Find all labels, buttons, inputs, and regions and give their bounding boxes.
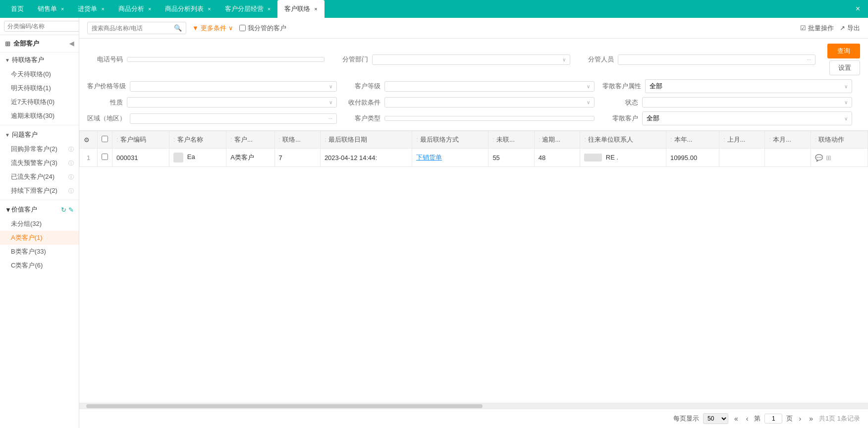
gear-icon[interactable]: ⚙	[84, 136, 90, 144]
first-page-btn[interactable]: «	[732, 415, 740, 423]
customer-level-input[interactable]: ∨	[384, 81, 595, 92]
sidebar-item-churned[interactable]: 已流失客户(24) ⓘ	[0, 170, 79, 184]
qr-icon[interactable]: ⊞	[826, 154, 831, 161]
main-search-icon[interactable]: 🔍	[174, 24, 182, 32]
row-checkbox-cell	[98, 149, 112, 167]
retail-customer-input[interactable]: 全部 ∨	[642, 111, 852, 125]
info-icon-2: ⓘ	[68, 160, 74, 167]
horizontal-scrollbar[interactable]	[79, 403, 868, 409]
region-input[interactable]: ···	[130, 113, 337, 124]
chat-icon[interactable]: 💬	[815, 154, 823, 161]
row-this-year-cell: 10995.00	[666, 149, 719, 167]
chevron-down-icon: ∨	[228, 24, 233, 32]
all-customers-header[interactable]: ⊞ 全部客户 ◀	[0, 35, 79, 53]
batch-operation-button[interactable]: ☑ 批量操作	[800, 24, 834, 33]
col-this-year[interactable]: :本年...	[666, 131, 719, 149]
more-filter-button[interactable]: ▼ 更多条件 ∨	[192, 24, 233, 33]
nature-input[interactable]: ∨	[127, 97, 337, 107]
dept-input[interactable]: ∨	[372, 54, 570, 65]
query-button[interactable]: 查询	[827, 44, 860, 58]
sidebar-item-today[interactable]: 今天待联络(0)	[0, 67, 79, 81]
my-customers-check[interactable]	[239, 25, 246, 31]
nav-sales-close[interactable]: ×	[61, 0, 64, 18]
my-customers-checkbox[interactable]: 我分管的客户	[239, 24, 286, 33]
sidebar-item-ungrouped[interactable]: 未分组(32)	[0, 217, 79, 231]
col-name[interactable]: :客户名称	[169, 131, 226, 149]
refresh-icon[interactable]: ↻	[61, 206, 66, 214]
value-customers-header[interactable]: ▼ 价值客户 ↻ ✎	[0, 202, 79, 217]
col-last-month[interactable]: :上月...	[719, 131, 764, 149]
content-area: 🔍 ▼ 更多条件 ∨ 我分管的客户 ☑ 批量操作 ↗ 导出	[79, 18, 868, 428]
payment-input[interactable]: ∨	[384, 97, 595, 107]
contact-method-link[interactable]: 下销货单	[416, 154, 442, 161]
edit-icon[interactable]: ✎	[68, 206, 74, 214]
nav-customer-contact-close[interactable]: ×	[314, 0, 317, 18]
last-page-btn[interactable]: »	[807, 415, 815, 423]
row-last-method-cell: 下销货单	[412, 149, 488, 167]
phone-input[interactable]	[127, 57, 325, 62]
nav-goods-analysis[interactable]: 商品分析 ×	[111, 0, 158, 18]
nav-goods-analysis-close[interactable]: ×	[148, 0, 151, 18]
sidebar-collapse-button[interactable]: ◀	[69, 40, 74, 47]
retail-attr-input[interactable]: 全部 ∨	[645, 79, 852, 93]
nav-sales[interactable]: 销售单 ×	[31, 0, 71, 18]
nav-purchase[interactable]: 进货单 ×	[71, 0, 111, 18]
sidebar-item-class-b[interactable]: B类客户(33)	[0, 245, 79, 259]
pagination-bar: 每页显示 50 100 200 « ‹ 第 页 › » 共1页 1条记录	[79, 409, 868, 428]
nav-goods-list-close[interactable]: ×	[208, 0, 211, 18]
nav-home[interactable]: 首页	[4, 0, 31, 18]
window-close-button[interactable]: ×	[852, 4, 864, 13]
sidebar: 🔍 ⊞ 全部客户 ◀ ▼ 待联络客户 今天待联络(0) 明天待联络(1) 近7天…	[0, 18, 79, 428]
sidebar-item-churn-warning[interactable]: 流失预警客户(3) ⓘ	[0, 156, 79, 170]
category-search-input[interactable]	[4, 21, 79, 32]
settings-button[interactable]: 设置	[829, 60, 860, 75]
customer-type-input[interactable]	[384, 116, 595, 121]
price-level-input[interactable]: ∨	[130, 81, 337, 92]
filter-actions: 查询 设置	[823, 44, 860, 75]
nav-customer-tier-close[interactable]: ×	[268, 0, 271, 18]
next-page-btn[interactable]: ›	[797, 415, 803, 423]
person-input[interactable]: ···	[618, 54, 815, 65]
col-contact-person[interactable]: :往来单位联系人	[580, 131, 666, 149]
filter-cell-status: 状态 ∨	[602, 97, 860, 107]
col-overdue[interactable]: :逾期...	[534, 131, 580, 149]
sidebar-item-class-a[interactable]: A类客户(1)	[0, 231, 79, 245]
col-code[interactable]: :客户编码	[112, 131, 169, 149]
export-button[interactable]: ↗ 导出	[840, 24, 860, 33]
scroll-thumb[interactable]	[86, 404, 483, 408]
col-contact-count[interactable]: :联络...	[274, 131, 320, 149]
sidebar-item-repurchase-abnormal[interactable]: 回购异常客户(2) ⓘ	[0, 142, 79, 156]
col-customer-type[interactable]: :客户...	[226, 131, 274, 149]
problem-customers-header[interactable]: ▼ 问题客户	[0, 127, 79, 142]
select-all-checkbox[interactable]	[102, 136, 108, 142]
col-this-month[interactable]: :本月...	[765, 131, 811, 149]
search-box[interactable]: 🔍	[87, 22, 186, 34]
nav-goods-list[interactable]: 商品分析列表 ×	[158, 0, 217, 18]
col-unlisted[interactable]: :未联...	[488, 131, 534, 149]
row-code-cell: 000031	[112, 149, 169, 167]
sidebar-item-class-c[interactable]: C类客户(6)	[0, 259, 79, 272]
nav-customer-contact[interactable]: 客户联络 ×	[277, 0, 324, 18]
col-action: :联络动作	[811, 131, 868, 149]
row-overdue-cell: 48	[534, 149, 580, 167]
col-last-contact-date[interactable]: :最后联络日期	[320, 131, 412, 149]
col-settings[interactable]: ⚙	[80, 131, 98, 149]
per-page-select[interactable]: 50 100 200	[703, 413, 728, 424]
main-search-input[interactable]	[92, 25, 171, 32]
col-last-contact-method[interactable]: :最后联络方式	[412, 131, 488, 149]
top-nav: 首页 销售单 × 进货单 × 商品分析 × 商品分析列表 × 客户分层经营 × …	[0, 0, 868, 18]
nav-purchase-close[interactable]: ×	[101, 0, 104, 18]
filter-bar: 🔍 ▼ 更多条件 ∨ 我分管的客户 ☑ 批量操作 ↗ 导出	[79, 18, 868, 39]
prev-page-btn[interactable]: ‹	[744, 415, 751, 423]
row-name-cell: Ea	[169, 149, 226, 167]
page-number-input[interactable]	[764, 414, 782, 424]
status-input[interactable]: ∨	[642, 97, 852, 107]
sidebar-item-overdue[interactable]: 逾期未联络(30)	[0, 109, 79, 123]
pending-contact-header[interactable]: ▼ 待联络客户	[0, 53, 79, 67]
sidebar-item-declining[interactable]: 持续下滑客户(2) ⓘ	[0, 184, 79, 198]
sidebar-item-7days[interactable]: 近7天待联络(0)	[0, 95, 79, 109]
sidebar-item-tomorrow[interactable]: 明天待联络(1)	[0, 81, 79, 95]
row-checkbox[interactable]	[102, 154, 108, 160]
pending-contact-group: ▼ 待联络客户 今天待联络(0) 明天待联络(1) 近7天待联络(0) 逾期未联…	[0, 53, 79, 123]
nav-customer-tier[interactable]: 客户分层经营 ×	[218, 0, 277, 18]
